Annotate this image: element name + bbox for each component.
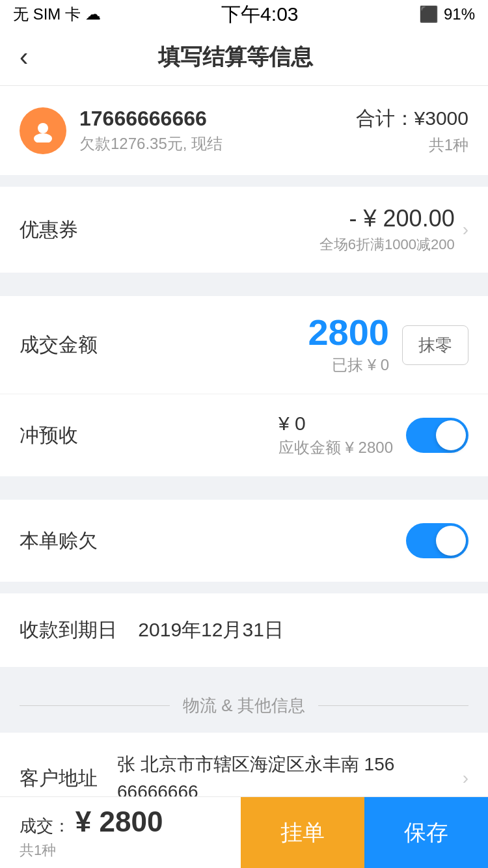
customer-debt: 欠款1276.35元, 现结 bbox=[79, 133, 223, 154]
deal-amount-right: 2800 已抹 ¥ 0 抹零 bbox=[308, 314, 468, 375]
customer-total: 合计：¥3000 bbox=[356, 105, 468, 132]
status-time: 下午4:03 bbox=[221, 1, 298, 28]
due-date-value: 2019年12月31日 bbox=[138, 619, 283, 640]
bottom-amount: ¥ 2800 bbox=[75, 806, 163, 837]
pre-charge-toggle[interactable] bbox=[406, 418, 468, 453]
pre-charge-right: ¥ 0 应收金额 ¥ 2800 bbox=[278, 413, 468, 458]
address-label: 客户地址 bbox=[20, 765, 98, 792]
customer-left: 17666666666 欠款1276.35元, 现结 bbox=[20, 107, 223, 154]
debt-toggle[interactable] bbox=[406, 523, 468, 558]
coupon-value: - ¥ 200.00 全场6折满1000减200 bbox=[319, 205, 455, 254]
round-off-button[interactable]: 抹零 bbox=[402, 325, 468, 365]
debt-label: 本单赊欠 bbox=[20, 528, 98, 554]
logistics-line-right bbox=[318, 705, 468, 706]
customer-right: 合计：¥3000 共1种 bbox=[356, 105, 468, 156]
coupon-row[interactable]: 优惠券 - ¥ 200.00 全场6折满1000减200 › bbox=[0, 187, 488, 273]
bottom-summary: 成交： ¥ 2800 共1种 bbox=[0, 806, 241, 860]
deal-amount-row: 成交金额 2800 已抹 ¥ 0 抹零 bbox=[0, 296, 488, 394]
deal-amount-sub: 已抹 ¥ 0 bbox=[308, 355, 389, 375]
sim-status: 无 SIM 卡 ☁ bbox=[13, 4, 101, 25]
bottom-deal-label: 成交： bbox=[20, 816, 70, 835]
customer-info: 17666666666 欠款1276.35元, 现结 bbox=[79, 107, 223, 154]
pending-button[interactable]: 挂单 bbox=[241, 797, 364, 869]
deal-amount-wrapper: 2800 已抹 ¥ 0 bbox=[308, 314, 389, 375]
logistics-line-left bbox=[20, 705, 170, 706]
deal-amount-label: 成交金额 bbox=[20, 332, 98, 359]
header: ‹ 填写结算等信息 bbox=[0, 29, 488, 86]
logistics-header: 物流 & 其他信息 bbox=[0, 679, 488, 733]
coupon-desc: 全场6折满1000减200 bbox=[319, 235, 455, 254]
logistics-label: 物流 & 其他信息 bbox=[183, 694, 305, 717]
due-date-label: 收款到期日 bbox=[20, 619, 117, 640]
pre-charge-label: 冲预收 bbox=[20, 422, 78, 449]
deal-amount-section: 成交金额 2800 已抹 ¥ 0 抹零 冲预收 ¥ 0 应收金额 ¥ 2800 bbox=[0, 296, 488, 476]
back-button[interactable]: ‹ bbox=[20, 42, 28, 72]
svg-point-1 bbox=[34, 133, 52, 142]
coupon-label: 优惠券 bbox=[20, 217, 78, 243]
customer-count: 共1种 bbox=[356, 135, 468, 156]
chevron-right-icon: › bbox=[463, 219, 468, 240]
deal-amount-value: 2800 bbox=[308, 314, 389, 351]
bottom-bar: 成交： ¥ 2800 共1种 挂单 保存 bbox=[0, 796, 488, 868]
coupon-right: - ¥ 200.00 全场6折满1000减200 › bbox=[319, 205, 468, 254]
battery-percent: 91% bbox=[444, 5, 475, 23]
debt-row: 本单赊欠 bbox=[0, 500, 488, 582]
bottom-deal-line: 成交： ¥ 2800 bbox=[20, 806, 221, 838]
due-date-row: 收款到期日 2019年12月31日 bbox=[0, 593, 488, 667]
svg-point-0 bbox=[38, 123, 48, 133]
precharge-value: ¥ 0 应收金额 ¥ 2800 bbox=[278, 413, 393, 458]
page-title: 填写结算等信息 bbox=[41, 42, 429, 72]
bottom-count: 共1种 bbox=[20, 841, 221, 860]
customer-phone: 17666666666 bbox=[79, 107, 223, 131]
customer-card: 17666666666 欠款1276.35元, 现结 合计：¥3000 共1种 bbox=[0, 86, 488, 175]
status-right: ⬛ 91% bbox=[419, 5, 475, 23]
address-chevron-icon: › bbox=[463, 768, 468, 789]
section-divider-2 bbox=[0, 488, 488, 500]
precharge-sub: 应收金额 ¥ 2800 bbox=[278, 437, 393, 458]
save-button[interactable]: 保存 bbox=[364, 797, 488, 869]
toggle-knob bbox=[436, 420, 466, 450]
content: 17666666666 欠款1276.35元, 现结 合计：¥3000 共1种 … bbox=[0, 86, 488, 868]
status-left: 无 SIM 卡 ☁ bbox=[13, 4, 101, 25]
precharge-amount: ¥ 0 bbox=[278, 413, 393, 435]
coupon-amount: - ¥ 200.00 bbox=[319, 205, 455, 232]
section-divider-1 bbox=[0, 284, 488, 296]
battery-icon: ⬛ bbox=[419, 5, 439, 23]
avatar bbox=[20, 107, 66, 154]
pre-charge-row: 冲预收 ¥ 0 应收金额 ¥ 2800 bbox=[0, 394, 488, 476]
debt-toggle-knob bbox=[436, 526, 466, 556]
status-bar: 无 SIM 卡 ☁ 下午4:03 ⬛ 91% bbox=[0, 0, 488, 29]
